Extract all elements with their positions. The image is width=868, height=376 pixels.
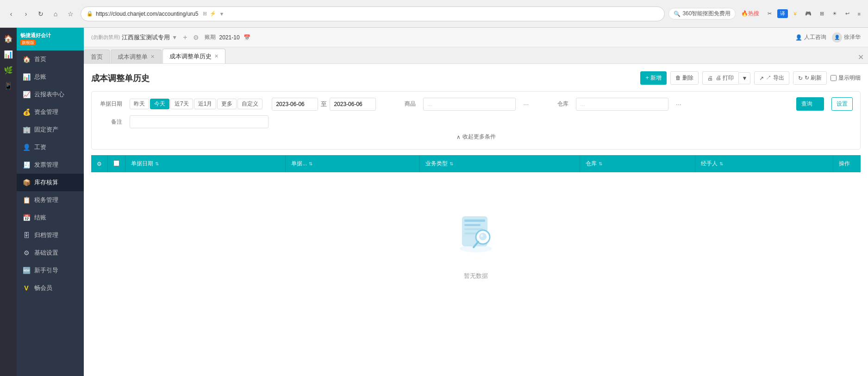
sidebar-item-settings[interactable]: ⚙ 基础设置 (17, 244, 84, 262)
date-btn-today[interactable]: 今天 (150, 99, 169, 109)
currency-tool[interactable]: ¥ (791, 10, 799, 18)
warehouse-sort-icon: ⇅ (599, 161, 602, 166)
sidebar-item-inventory[interactable]: 📦 库存核算 (17, 174, 84, 191)
th-date-label: 单据日期 (131, 160, 153, 168)
date-to-input[interactable] (330, 98, 376, 111)
sidebar-item-guide[interactable]: 🆕 新手引导 (17, 262, 84, 279)
bookmark-button[interactable]: ☆ (64, 7, 77, 20)
query-button[interactable]: 查询 (796, 97, 824, 111)
icon-bar: 🏠 📊 🌿 📱 (0, 28, 17, 376)
consultant-label: 人工咨询 (804, 33, 826, 41)
tabs-bar: 首页 成本调整单 ✕ 成本调整单历史 ✕ ✕ (84, 47, 868, 64)
sidebar-item-salary[interactable]: 👤 工资 (17, 138, 84, 156)
th-biz-type[interactable]: 业务类型 ⇅ (419, 155, 580, 172)
back-button[interactable]: ‹ (5, 7, 18, 20)
th-number[interactable]: 单据... ⇅ (286, 155, 419, 172)
translate-tool[interactable]: 译 (777, 9, 788, 18)
funds-icon: 💰 (22, 108, 31, 116)
company-selector[interactable]: (勿删勿禁用) 江西服宝测试专用 ▼ (91, 33, 177, 42)
sidebar-item-invoices[interactable]: 🧾 发票管理 (17, 156, 84, 174)
remark-input[interactable] (130, 115, 269, 128)
user-menu[interactable]: 👤 徐泽华 (832, 32, 861, 43)
warehouse-more-dots[interactable]: ··· (676, 100, 681, 108)
forward-button[interactable]: › (19, 7, 32, 20)
warehouse-selector[interactable]: ... (576, 98, 668, 111)
export-button[interactable]: ↗ ↗ 导出 (754, 71, 789, 85)
export-label: ↗ 导出 (766, 74, 784, 82)
period-value: 2021-10 (219, 34, 240, 41)
tab-home[interactable]: 首页 (84, 50, 110, 63)
company-dropdown-icon[interactable]: ▼ (172, 34, 177, 41)
date-btn-more[interactable]: 更多 (217, 99, 237, 109)
sidebar-nav: 🏠 首页 📊 总账 📈 云报表中心 💰 资金管理 🏢 固定资产 👤 工资 (17, 50, 84, 376)
reload-button[interactable]: ↻ (34, 7, 47, 20)
date-btn-1month[interactable]: 近1月 (194, 99, 217, 109)
sidebar-item-member[interactable]: V 畅会员 (17, 279, 84, 297)
biz-type-sort-icon: ⇅ (450, 161, 453, 166)
show-detail-checkbox[interactable]: 显示明细 (831, 74, 861, 82)
new-button[interactable]: + 新增 (640, 71, 666, 85)
iconbar-item-2[interactable]: 📊 (1, 47, 15, 61)
calendar-icon[interactable]: 📅 (244, 34, 250, 41)
assets-icon: 🏢 (22, 126, 31, 133)
address-bar[interactable]: 🔒 https://cloud.chanjet.com/accounting/u… (81, 6, 665, 21)
theme-tool[interactable]: ☀ (830, 10, 840, 18)
th-warehouse[interactable]: 仓库 ⇅ (580, 155, 695, 172)
salary-icon: 👤 (22, 144, 31, 151)
th-handler[interactable]: 经手人 ⇅ (695, 155, 833, 172)
sidebar-item-funds[interactable]: 💰 资金管理 (17, 103, 84, 121)
add-icon[interactable]: + (183, 33, 187, 42)
menu-tool[interactable]: ≡ (855, 10, 863, 18)
iconbar-item-3[interactable]: 🌿 (1, 63, 15, 77)
refresh-button[interactable]: ↻ ↻ 刷新 (793, 71, 827, 85)
sidebar-item-fixed-assets[interactable]: 🏢 固定资产 (17, 121, 84, 138)
date-btn-7days[interactable]: 近7天 (170, 99, 193, 109)
th-check[interactable] (108, 155, 125, 172)
show-detail-input[interactable] (831, 75, 837, 81)
collapse-filter-btn[interactable]: ∧ 收起更多条件 (456, 133, 496, 141)
print-button[interactable]: 🖨 🖨 打印 (702, 71, 738, 85)
game-tool[interactable]: 🎮 (802, 10, 814, 18)
close-all-tabs-btn[interactable]: ✕ (855, 50, 866, 63)
select-all-checkbox[interactable] (113, 160, 119, 166)
tab-cost-adjust[interactable]: 成本调整单 ✕ (111, 50, 162, 63)
th-date[interactable]: 单据日期 ⇅ (125, 155, 286, 172)
tab-home-label: 首页 (91, 53, 103, 61)
consultant-btn[interactable]: 👤 人工咨询 (795, 33, 826, 41)
scissors-tool[interactable]: ✂ (765, 10, 774, 18)
date-from-input[interactable] (272, 98, 318, 111)
th-action-label: 操作 (839, 160, 850, 167)
sidebar-item-home[interactable]: 🏠 首页 (17, 50, 84, 68)
browser-tools: 🔍 360智能抠图免费用 🔥热搜 ✂ 译 ¥ 🎮 ⊞ ☀ ↩ ≡ (668, 8, 863, 19)
sidebar-item-reports[interactable]: 📈 云报表中心 (17, 86, 84, 103)
tab-cost-history-close[interactable]: ✕ (214, 53, 219, 59)
iconbar-item-4[interactable]: 📱 (1, 79, 15, 93)
delete-button[interactable]: 🗑 删除 (670, 71, 699, 85)
date-filter-buttons: 昨天 今天 近7天 近1月 更多 自定义 (130, 99, 262, 109)
th-gear[interactable]: ⚙ (91, 155, 108, 172)
date-btn-yesterday[interactable]: 昨天 (130, 99, 149, 109)
search-box[interactable]: 🔍 360智能抠图免费用 (668, 8, 736, 19)
grid-tool[interactable]: ⊞ (817, 10, 827, 18)
gear-icon[interactable]: ⚙ (97, 161, 102, 167)
hot-search[interactable]: 🔥热搜 (738, 9, 762, 19)
sidebar-item-archive[interactable]: 🗄 归档管理 (17, 226, 84, 244)
undo-tool[interactable]: ↩ (843, 10, 852, 18)
settings-icon[interactable]: ⚙ (193, 34, 199, 41)
print-dropdown-btn[interactable]: ▼ (738, 72, 750, 84)
date-btn-custom[interactable]: 自定义 (237, 99, 262, 109)
sidebar-item-general-ledger[interactable]: 📊 总账 (17, 68, 84, 86)
sidebar-item-period-end[interactable]: 📅 结账 (17, 209, 84, 226)
product-placeholder: ... (427, 101, 432, 107)
sidebar-item-tax[interactable]: 📋 税务管理 (17, 191, 84, 209)
product-more-dots[interactable]: ··· (523, 100, 529, 108)
filter-settings-button[interactable]: 设置 (831, 97, 853, 111)
tab-cost-history[interactable]: 成本调整单历史 ✕ (162, 49, 225, 63)
tab-cost-adjust-close[interactable]: ✕ (150, 54, 155, 60)
home-button[interactable]: ⌂ (49, 7, 62, 20)
inventory-icon: 📦 (22, 179, 31, 186)
period-info: 账期 2021-10 📅 (205, 33, 250, 41)
iconbar-item-1[interactable]: 🏠 (1, 31, 15, 45)
product-selector[interactable]: ... (423, 98, 516, 111)
collapse-label: 收起更多条件 (462, 133, 496, 141)
